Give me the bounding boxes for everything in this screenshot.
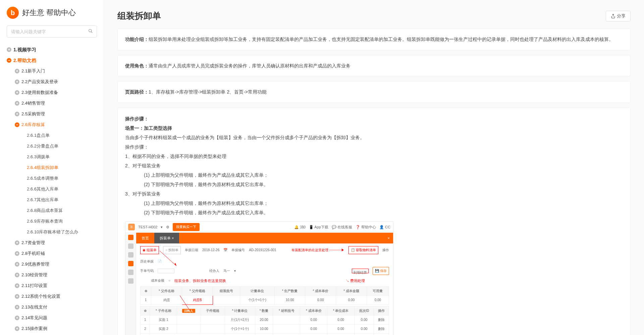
annot-fee: ↘ 费用处理: [345, 277, 365, 284]
nav-docs[interactable]: −2.帮助文档: [7, 55, 104, 66]
nav-d269[interactable]: 2.6.9库存账本查询: [7, 216, 104, 227]
plus-icon: +: [15, 273, 19, 277]
nav-d25[interactable]: +2.5采购管理: [7, 109, 104, 119]
nav-d26[interactable]: −2.6库存核算: [7, 119, 104, 130]
emb-test: TEST-H002: [138, 223, 157, 231]
link-op: 操作: [382, 247, 389, 254]
op3a: (1) 上部明细为父件明细，最终作为原材料生成其它出库单；: [125, 199, 623, 208]
nav-videos[interactable]: +1.视频学习: [7, 44, 104, 55]
svg-point-0: [89, 29, 92, 32]
search-input[interactable]: [7, 25, 97, 38]
plus-icon: +: [15, 262, 19, 267]
th-batch: 组装批号: [213, 286, 240, 295]
nav-d262[interactable]: 2.6.2分量盘点单: [7, 141, 104, 152]
path-text: 1、库存核算->库存管理->组装拆卸单 2、首页->常用功能: [149, 89, 267, 95]
child-table: ⊕ * 子件名称 日料人 子件规格 * 计量单位 * 数量 * 材料批号 * 成…: [140, 306, 389, 335]
plus-icon: +: [15, 305, 19, 310]
menu-icon: [128, 243, 133, 249]
code-label: 单据编号: [231, 247, 245, 254]
search-icon[interactable]: [88, 29, 93, 35]
emb-topbar: b TEST-H002 ▾⚙ 我要购买一下 🔔 消0 📱 App下载 💬 在线客…: [125, 222, 393, 233]
nav-d267[interactable]: 2.6.7其他出库单: [7, 194, 104, 205]
maker-value: 马一: [223, 268, 230, 274]
tab-form: 拆装单 ×: [154, 233, 179, 243]
date-label: 单据日期: [185, 247, 198, 254]
nav-d261[interactable]: 2.6.1盘点单: [7, 130, 104, 141]
th-qty: * 生产数量: [274, 286, 305, 295]
nav-d211[interactable]: +2.11打印设置: [7, 280, 104, 291]
nav-d210[interactable]: +2.10经营管理: [7, 270, 104, 280]
nav-d22[interactable]: +2.2产品安装及登录: [7, 76, 104, 87]
role-label: 使用角色：: [125, 63, 149, 68]
intro-card: 功能介绍：组装拆卸单用来处理企业组装或拆卸等加工业务，支持有固定装配清单的产品加…: [117, 29, 631, 50]
cart-icon: [128, 261, 133, 266]
date-value: 2018-12-26: [202, 247, 219, 254]
th-cbatch: * 材料批号: [273, 306, 300, 315]
nav-d23[interactable]: +2.3使用前数据准备: [7, 87, 104, 98]
nav-d24[interactable]: +2.4销售管理: [7, 98, 104, 109]
op3: 3、对于拆装业务: [125, 189, 623, 199]
nav-d213[interactable]: +2.13在线支付: [7, 302, 104, 313]
emb-tabs: 首页 拆装单 × ×: [136, 233, 393, 243]
nav-d27[interactable]: +2.7资金管理: [7, 237, 104, 248]
nav-d21[interactable]: +2.1新手入门: [7, 66, 104, 76]
th-pspec: * 父件规格: [182, 286, 213, 295]
ref-label: 手单号码: [140, 268, 154, 274]
nav-d28[interactable]: +2.8手机旺铺: [7, 248, 104, 259]
link-bom: 📋 获取物料清单: [348, 246, 378, 254]
th-camt: * 单位成本: [327, 306, 355, 315]
link-hist: 历史单据: [140, 258, 154, 265]
intro-text: 组装拆卸单用来处理企业组装或拆卸等加工业务，支持有固定装配清单的产品加工业务，也…: [149, 37, 613, 42]
op2: 2、对于组装业务: [125, 161, 623, 170]
embedded-screenshot: b TEST-H002 ▾⚙ 我要购买一下 🔔 消0 📱 App下载 💬 在线客…: [125, 221, 393, 335]
emb-sidebar: [125, 233, 136, 335]
th-cwh: 批次ID: [354, 306, 374, 315]
emb-avatar: 👤 CC: [379, 223, 390, 231]
nav-d265[interactable]: 2.6.5成本调整单: [7, 173, 104, 184]
nav-d2610[interactable]: 2.6.10库存账本错了怎么办: [7, 227, 104, 237]
emb-app: 📱 App下载: [309, 223, 328, 231]
plus-icon: +: [15, 79, 19, 84]
th-unit: 计量单位: [240, 286, 274, 295]
th-cunit: * 计量单位: [225, 306, 255, 315]
plus-icon: +: [15, 240, 19, 245]
th-cqty: * 数量: [255, 306, 273, 315]
nav-d268[interactable]: 2.6.8商品成本重算: [7, 205, 104, 216]
steps-section: 操作步骤： 场景一：加工类型选择 当由多个子件材料组装成一个成品的业务为【组装】…: [117, 108, 631, 335]
parent-table: ⊕ * 父件名称 * 父件规格 组装批号 计量单位 * 生产数量 * 成本单价 …: [140, 286, 389, 305]
plus-icon: +: [15, 294, 19, 299]
th-cprice: * 成本单价: [300, 306, 327, 315]
logo-text: 好生意 帮助中心: [22, 8, 76, 18]
intro-label: 功能介绍：: [125, 37, 149, 42]
annot-bom: 有装配清单的在这里处理 ─────▶: [291, 247, 344, 254]
logo-icon: b: [7, 7, 19, 19]
th-parent: * 父件名称: [151, 286, 182, 295]
op2b: (2) 下部明细为子件明细，最终作为原材料生成其它出库单。: [125, 180, 623, 189]
plus-icon: +: [15, 112, 19, 116]
nav-d214[interactable]: +2.14常见问题: [7, 313, 104, 323]
nav-d263[interactable]: 2.6.3调拨单: [7, 152, 104, 162]
home-icon: [128, 235, 133, 240]
tab-close-icon: ×: [384, 233, 393, 243]
nav-d215[interactable]: +2.15操作案例: [7, 323, 104, 334]
save-btn: 💾 保存: [373, 267, 389, 275]
th-amt: * 成本金额: [336, 286, 367, 295]
plus-icon: +: [15, 90, 19, 95]
cost-label: 成本金额: [151, 277, 164, 284]
nav-d29[interactable]: +2.9优惠券管理: [7, 259, 104, 270]
role-text: 通常由生产人员或库管人员完成拆装业务的操作，库管人员确认原材料的出库和产成品的入…: [149, 63, 351, 68]
steps-title: 操作步骤：: [125, 116, 149, 121]
plus-icon: +: [7, 47, 11, 52]
annot-switch: 组装业务、拆卸业务在这里切换: [174, 277, 226, 284]
page-header: 组装拆卸单 分享: [117, 10, 631, 22]
nav-d212[interactable]: +2.12系统个性化设置: [7, 291, 104, 302]
content: 组装拆卸单 分享 功能介绍：组装拆卸单用来处理企业组装或拆卸等加工业务，支持有固…: [104, 0, 644, 335]
share-button[interactable]: 分享: [606, 11, 631, 21]
nav-d266[interactable]: 2.6.6其他入库单: [7, 184, 104, 194]
grid-icon: [128, 278, 133, 284]
plus-icon: +: [15, 101, 19, 106]
search-wrap: [7, 25, 104, 38]
emb-buy-pill: 我要购买一下: [173, 223, 200, 231]
plus-icon: +: [15, 326, 19, 331]
nav-d264[interactable]: 2.6.4组装拆卸单: [7, 162, 104, 173]
